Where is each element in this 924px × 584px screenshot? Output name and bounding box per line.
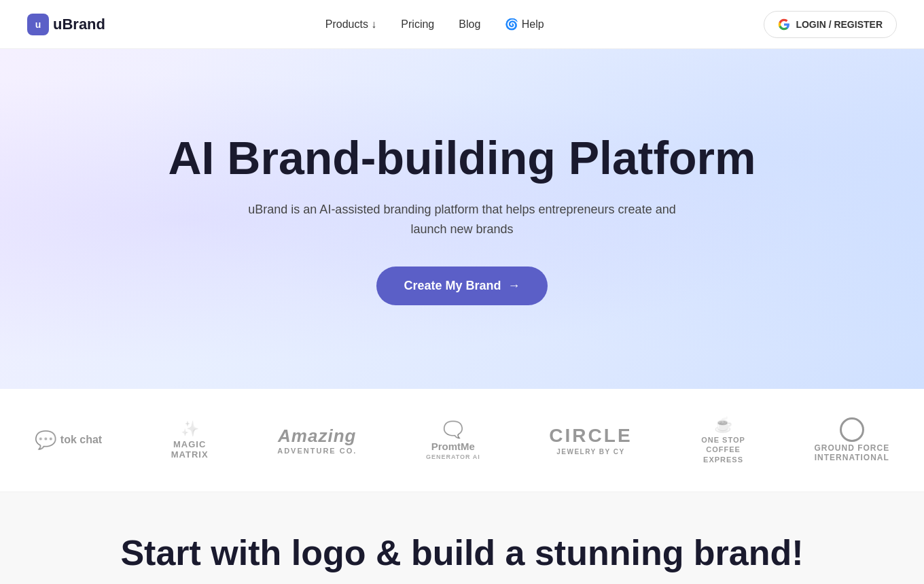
navbar: u uBrand Products ↓ Pricing Blog 🌀 Help … (0, 0, 924, 49)
google-icon (778, 18, 790, 31)
nav-blog[interactable]: Blog (459, 18, 480, 31)
nav-help[interactable]: 🌀 Help (505, 18, 544, 31)
login-register-button[interactable]: LOGIN / REGISTER (764, 11, 897, 38)
ground-force-logo: GROUND FORCEINTERNATIONAL (794, 417, 910, 463)
promptme-logo: 🗨️ PromtMe GENERATOR AI (406, 420, 501, 460)
logo[interactable]: u uBrand (27, 14, 105, 35)
tokchat-logo: 💬 tok chat (14, 430, 122, 451)
logo-text: uBrand (53, 16, 105, 33)
one-stop-coffee-logo: ☕ ONE STOPCOFFEEEXPRESS (681, 416, 766, 464)
amazing-adventure-logo: Amazing ADVENTURE CO. (257, 426, 377, 455)
nav-links: Products ↓ Pricing Blog 🌀 Help (325, 18, 544, 31)
login-label: LOGIN / REGISTER (796, 19, 883, 30)
hero-title: AI Brand-building Platform (168, 133, 756, 184)
nav-products[interactable]: Products ↓ (325, 18, 377, 31)
bottom-title: Start with logo & build a stunning brand… (27, 533, 897, 574)
bottom-section: Start with logo & build a stunning brand… (0, 492, 924, 584)
logo-icon: u (27, 14, 49, 35)
create-my-brand-button[interactable]: Create My Brand → (376, 267, 547, 305)
cta-label: Create My Brand (404, 279, 501, 293)
circle-logo: CIRCLE JEWELRY BY CY (529, 425, 652, 456)
cta-arrow: → (508, 279, 520, 293)
hero-subtitle: uBrand is an AI-assisted branding platfo… (231, 200, 693, 239)
hero-section: AI Brand-building Platform uBrand is an … (0, 49, 924, 389)
magic-matrix-logo: ✨ MAGICMATRIX (151, 420, 229, 460)
logos-row: 💬 tok chat ✨ MAGICMATRIX Amazing ADVENTU… (0, 416, 924, 464)
logos-strip: 💬 tok chat ✨ MAGICMATRIX Amazing ADVENTU… (0, 389, 924, 492)
nav-pricing[interactable]: Pricing (401, 18, 434, 31)
